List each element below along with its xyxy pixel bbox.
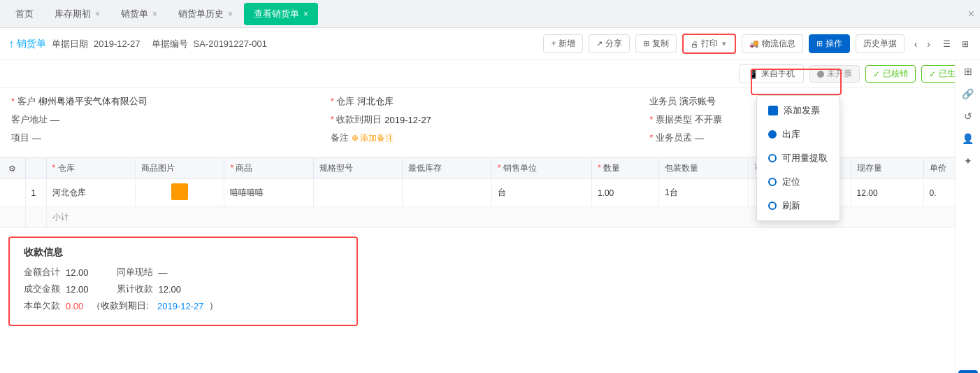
same-order-value: — <box>159 267 168 278</box>
col-product: 商品 <box>224 158 313 179</box>
sidebar-link-icon[interactable]: 🔗 <box>958 84 978 104</box>
address-value: — <box>50 115 59 125</box>
toolbar: + 新增 ↗ 分享 ⊞ 复制 🖨 打印 ▼ 🚚 物流信息 ⊞ 操作 <box>543 34 972 54</box>
sidebar-user-icon[interactable]: 👤 <box>958 129 978 148</box>
amount-total-item: 金额合计 12.00 <box>24 266 89 279</box>
plus-icon: ⊕ <box>352 133 359 143</box>
col-image: 商品图片 <box>135 158 224 179</box>
list-view-button[interactable]: ⊞ <box>959 38 972 50</box>
product-image <box>171 183 188 200</box>
not-opened-button[interactable]: 未开票 <box>809 65 860 83</box>
project-field: 项目 — <box>11 132 331 144</box>
next-button[interactable]: › <box>923 36 935 52</box>
summary-title: 收款信息 <box>24 246 343 259</box>
sidebar-expand-icon[interactable]: ⤢ <box>958 370 978 373</box>
from-phone-button[interactable]: 📱 来自手机 <box>739 64 804 83</box>
tab-inventory[interactable]: 库存期初 × <box>45 3 110 25</box>
available-qty-item[interactable]: 可用量提取 <box>757 146 840 170</box>
sidebar-grid-icon[interactable]: ⊞ <box>958 62 978 81</box>
tab-home-label: 首页 <box>15 8 34 20</box>
project-value: — <box>32 133 41 143</box>
customer-label: 客户 <box>11 95 36 108</box>
logistics-button[interactable]: 🚚 物流信息 <box>742 34 803 53</box>
close-all-tabs[interactable]: × <box>968 8 974 20</box>
main-content: ⊞ 🔗 ↺ 👤 ✦ ⤢ ↑ 销货单 单据日期 2019-12-27 单据编号 S… <box>0 28 980 373</box>
tab-inventory-close[interactable]: × <box>95 9 100 19</box>
doc-header: ↑ 销货单 单据日期 2019-12-27 单据编号 SA-20191227-0… <box>0 28 980 60</box>
add-invoice-label: 添加发票 <box>784 104 820 117</box>
col-settings[interactable]: ⚙ <box>0 158 25 179</box>
arrears-date: 2019-12-27 <box>157 301 204 311</box>
print-button[interactable]: 🖨 打印 ▼ <box>682 34 736 54</box>
warehouse-label: 仓库 <box>331 95 355 108</box>
arrears-note: （收款到期日: <box>92 300 149 312</box>
address-label: 客户地址 <box>11 113 48 126</box>
sidebar-star-icon[interactable]: ✦ <box>958 151 978 171</box>
tab-sales-history[interactable]: 销货单历史 × <box>168 3 243 25</box>
col-spec: 规格型号 <box>313 158 402 179</box>
payment-date-value: 2019-12-27 <box>384 115 431 125</box>
transaction-item: 成交金额 12.00 <box>24 283 89 295</box>
staff-label: 业务员 <box>649 95 677 108</box>
col-quantity: 数量 <box>591 158 658 179</box>
locate-item[interactable]: 定位 <box>757 170 840 194</box>
share-button[interactable]: ↗ 分享 <box>589 34 630 53</box>
tab-sales-history-close[interactable]: × <box>228 9 233 19</box>
outbound-icon <box>768 130 777 139</box>
new-button[interactable]: + 新增 <box>543 34 582 53</box>
outbound-label: 出库 <box>782 128 800 141</box>
project-label: 项目 <box>11 132 29 144</box>
subtotal-empty <box>25 207 46 228</box>
history-button[interactable]: 历史单据 <box>856 34 905 53</box>
outbound-item[interactable]: 出库 <box>757 122 840 146</box>
doc-meta: 单据日期 2019-12-27 单据编号 SA-20191227-001 <box>52 38 267 50</box>
customer-field: 客户 柳州粤港平安气体有限公司 <box>11 95 331 108</box>
operations-button[interactable]: ⊞ 操作 <box>809 34 850 53</box>
subtotal-settings <box>0 207 25 228</box>
tab-view-sales-label: 查看销货单 <box>254 8 299 20</box>
row-quantity: 1.00 <box>591 179 658 207</box>
add-note-button[interactable]: ⊕ 添加备注 <box>352 132 394 144</box>
arrears-item: 本单欠款 0.00 （收款到期日: 2019-12-27 ） <box>24 300 218 312</box>
dropdown-menu: 添加发票 出库 可用量提取 定位 刷新 <box>756 95 840 221</box>
arrears-note-end: ） <box>209 300 218 312</box>
add-invoice-item[interactable]: 添加发票 <box>757 99 840 122</box>
sidebar-rotate-icon[interactable]: ↺ <box>958 106 978 126</box>
tab-home[interactable]: 首页 <box>6 3 43 25</box>
summary-area: 收款信息 金额合计 12.00 同单现结 — 成交金额 12.00 累计收款 <box>0 228 980 335</box>
ticket-type-value: 不开票 <box>695 113 722 126</box>
copy-button[interactable]: ⊞ 复制 <box>635 34 677 53</box>
payment-date-label: 收款到期日 <box>331 113 382 126</box>
row-settings[interactable] <box>0 179 25 207</box>
tab-inventory-label: 库存期初 <box>55 8 91 20</box>
row-spec <box>313 179 402 207</box>
col-unit: 销售单位 <box>491 158 591 179</box>
prev-button[interactable]: ‹ <box>910 36 922 52</box>
cumulative-item: 累计收款 12.00 <box>117 283 182 295</box>
col-warehouse: 仓库 <box>46 158 135 179</box>
refresh-label: 刷新 <box>782 199 800 212</box>
checked-button[interactable]: ✓ 已核销 <box>865 65 916 83</box>
doc-date-label: 单据日期 2019-12-27 <box>52 38 140 50</box>
tab-view-sales[interactable]: 查看销货单 × <box>244 3 318 25</box>
tab-sales[interactable]: 销货单 × <box>111 3 167 25</box>
summary-row-1: 金额合计 12.00 同单现结 — <box>24 266 343 279</box>
transaction-value: 12.00 <box>66 284 89 295</box>
cumulative-label: 累计收款 <box>117 283 153 295</box>
tab-sales-close[interactable]: × <box>152 9 157 19</box>
same-order-item: 同单现结 — <box>117 266 168 279</box>
locate-label: 定位 <box>782 176 800 188</box>
grid-view-button[interactable]: ☰ <box>940 38 953 50</box>
refresh-item[interactable]: 刷新 <box>757 194 840 218</box>
row-min-stock <box>403 179 491 207</box>
salesperson-label: 业务员孟 <box>649 132 692 144</box>
customer-value: 柳州粤港平安气体有限公司 <box>38 95 147 108</box>
right-sidebar: ⊞ 🔗 ↺ 👤 ✦ ⤢ <box>955 56 980 373</box>
tab-view-sales-close[interactable]: × <box>303 9 308 19</box>
payment-date-field: 收款到期日 2019-12-27 <box>331 113 650 126</box>
sales-icon: ↑ <box>8 38 14 50</box>
col-package-qty: 包装数量 <box>659 158 748 179</box>
add-invoice-icon <box>768 106 778 115</box>
tab-bar: 首页 库存期初 × 销货单 × 销货单历史 × 查看销货单 × × <box>0 0 980 28</box>
row-image <box>135 179 224 207</box>
